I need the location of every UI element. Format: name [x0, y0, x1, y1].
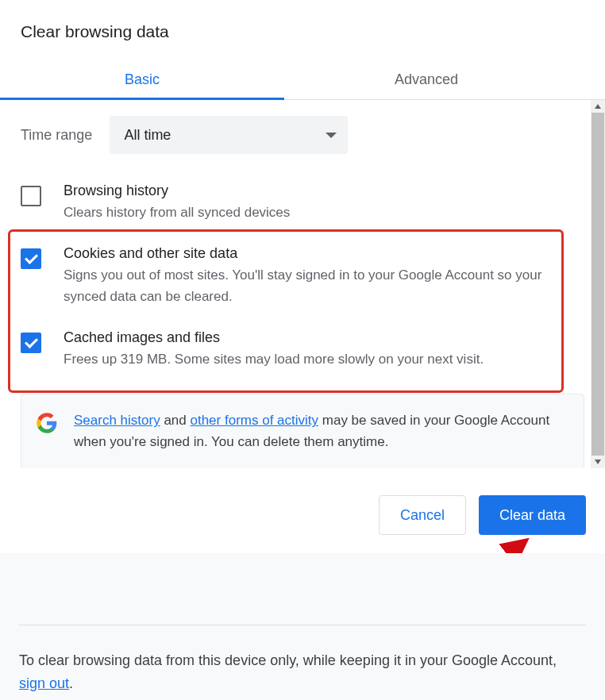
- google-info-box: Search history and other forms of activi…: [21, 394, 584, 468]
- chevron-down-icon: [326, 133, 337, 138]
- time-range-value: All time: [124, 127, 171, 144]
- time-range-row: Time range All time: [21, 100, 584, 173]
- cache-title: Cached images and files: [64, 329, 584, 346]
- button-row: Cancel Clear data: [0, 468, 605, 535]
- dialog-title: Clear browsing data: [0, 0, 605, 60]
- cookies-desc: Signs you out of most sites. You'll stay…: [64, 265, 584, 307]
- scroll-area: Time range All time Browsing history Cle…: [0, 100, 605, 468]
- cache-row: Cached images and files Frees up 319 MB.…: [21, 329, 584, 370]
- tab-basic[interactable]: Basic: [0, 60, 284, 99]
- scroll-down-icon[interactable]: [594, 458, 602, 466]
- scroll-up-icon[interactable]: [594, 102, 602, 110]
- sign-out-link[interactable]: sign out: [19, 675, 69, 691]
- footer-divider: [19, 625, 586, 625]
- google-info-text: Search history and other forms of activi…: [74, 410, 569, 452]
- cookies-checkbox[interactable]: [21, 248, 41, 269]
- cookies-row: Cookies and other site data Signs you ou…: [21, 245, 584, 307]
- search-history-link[interactable]: Search history: [74, 413, 160, 428]
- other-activity-link[interactable]: other forms of activity: [190, 413, 318, 428]
- scrollbar-track[interactable]: [591, 100, 605, 468]
- browsing-history-checkbox[interactable]: [21, 186, 41, 206]
- checklist: Browsing history Clears history from all…: [21, 173, 584, 370]
- tab-advanced[interactable]: Advanced: [284, 60, 568, 99]
- cookies-title: Cookies and other site data: [64, 245, 584, 262]
- cache-desc: Frees up 319 MB. Some sites may load mor…: [64, 349, 584, 370]
- browsing-history-title: Browsing history: [64, 183, 584, 199]
- cancel-button[interactable]: Cancel: [379, 495, 466, 535]
- footer-area: To clear browsing data from this device …: [0, 553, 605, 700]
- browsing-history-desc: Clears history from all synced devices: [64, 202, 584, 223]
- cache-checkbox[interactable]: [21, 333, 41, 353]
- time-range-label: Time range: [21, 127, 92, 144]
- browsing-history-row: Browsing history Clears history from all…: [21, 183, 584, 223]
- google-logo-icon: [36, 412, 58, 434]
- scrollbar-thumb[interactable]: [592, 113, 604, 456]
- tabs-bar: Basic Advanced: [0, 60, 605, 100]
- time-range-select[interactable]: All time: [110, 116, 348, 154]
- clear-data-button[interactable]: Clear data: [479, 495, 586, 535]
- footer-text: To clear browsing data from this device …: [19, 649, 586, 695]
